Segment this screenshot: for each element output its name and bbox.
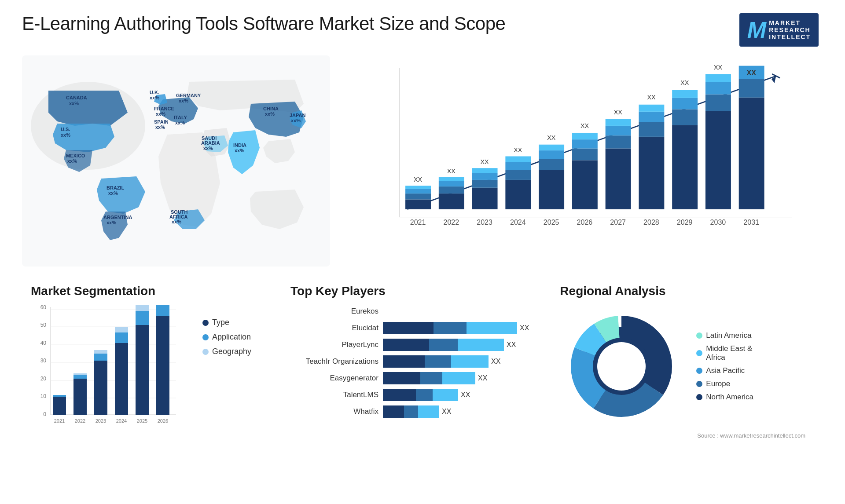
player-name-eurekos: Eurekos [290, 307, 378, 316]
svg-text:xx%: xx% [203, 146, 213, 151]
svg-text:2023: 2023 [477, 218, 492, 226]
svg-text:XX: XX [747, 69, 757, 77]
logo-text: MARKET RESEARCH INTELLECT [769, 19, 811, 40]
bar-dark [383, 389, 416, 401]
svg-rect-50 [472, 188, 498, 209]
legend-north-america: North America [696, 393, 753, 402]
svg-text:JAPAN: JAPAN [290, 113, 306, 118]
svg-rect-46 [439, 181, 464, 186]
player-row-teachir: TeachIr Organizations XX [290, 355, 529, 368]
svg-rect-125 [94, 361, 107, 415]
svg-text:2021: 2021 [54, 418, 65, 424]
svg-rect-93 [705, 95, 731, 111]
bar-dark [383, 405, 404, 418]
svg-text:XX: XX [614, 109, 623, 116]
logo-line1: MARKET [769, 19, 811, 26]
dot-asia-pacific [696, 368, 702, 374]
svg-text:XX: XX [481, 158, 489, 165]
player-name-whatfix: Whatfix [290, 407, 378, 416]
logo-line3: INTELLECT [769, 33, 811, 40]
svg-text:2026: 2026 [158, 418, 168, 424]
svg-text:0: 0 [43, 411, 46, 417]
bar-mid [425, 355, 451, 368]
svg-rect-38 [405, 200, 431, 209]
svg-rect-77 [606, 119, 631, 126]
svg-text:CHINA: CHINA [263, 106, 279, 111]
svg-rect-75 [606, 135, 631, 148]
svg-rect-76 [606, 126, 631, 135]
svg-rect-59 [505, 156, 531, 162]
player-bar-teachir: XX [383, 355, 529, 368]
svg-text:60: 60 [40, 305, 47, 310]
svg-text:MEXICO: MEXICO [66, 153, 85, 158]
player-bar-easygenerator: XX [383, 372, 529, 385]
svg-point-146 [597, 342, 646, 391]
svg-rect-129 [115, 343, 128, 415]
svg-rect-56 [505, 180, 531, 209]
player-name-teachir: TeachIr Organizations [290, 357, 378, 366]
legend-geo-label: Geography [212, 347, 251, 356]
svg-rect-99 [739, 79, 764, 98]
svg-rect-119 [53, 395, 66, 397]
legend-asia-pacific: Asia Pacific [696, 366, 753, 375]
svg-rect-71 [572, 133, 598, 139]
svg-rect-63 [539, 159, 564, 170]
player-name-elucidat: Elucidat [290, 324, 378, 332]
bar-mid [420, 372, 442, 384]
svg-text:XX: XX [414, 176, 422, 183]
player-bar-whatfix: XX [383, 405, 529, 418]
svg-rect-68 [572, 160, 598, 209]
player-name-playerlync: PlayerLync [290, 340, 378, 349]
segmentation-title: Market Segmentation [31, 284, 260, 298]
svg-text:2024: 2024 [116, 418, 127, 424]
svg-rect-133 [136, 325, 149, 415]
svg-text:10: 10 [40, 393, 47, 399]
svg-text:xx%: xx% [265, 111, 275, 117]
svg-text:xx%: xx% [155, 124, 165, 130]
player-row-whatfix: Whatfix XX [290, 405, 529, 418]
legend-type-dot [202, 320, 209, 326]
svg-text:2025: 2025 [544, 218, 559, 226]
svg-text:XX: XX [680, 79, 689, 86]
bottom-section: Market Segmentation 0 10 20 30 40 5 [22, 280, 823, 504]
svg-text:2022: 2022 [444, 218, 459, 226]
svg-rect-47 [439, 177, 464, 181]
svg-text:XX: XX [647, 94, 656, 101]
regional: Regional Analysis [551, 280, 823, 504]
svg-rect-44 [439, 194, 464, 209]
svg-text:2031: 2031 [743, 218, 759, 226]
svg-text:INDIA: INDIA [233, 142, 246, 148]
svg-rect-123 [73, 373, 87, 375]
player-value-talentlms: XX [461, 391, 470, 399]
world-map: CANADA xx% U.S. xx% MEXICO xx% BRAZIL xx… [22, 55, 330, 267]
bar-mid [434, 322, 467, 334]
svg-text:2022: 2022 [75, 418, 85, 424]
player-bar-eurekos [383, 305, 529, 318]
svg-text:FRANCE: FRANCE [154, 106, 174, 111]
player-name-talentlms: TalentLMS [290, 391, 378, 399]
segmentation: Market Segmentation 0 10 20 30 40 5 [22, 280, 268, 504]
svg-text:xx%: xx% [175, 120, 185, 125]
svg-text:xx%: xx% [108, 190, 118, 196]
dot-mea [696, 350, 702, 356]
svg-text:GERMANY: GERMANY [176, 93, 201, 98]
svg-text:2024: 2024 [510, 218, 526, 226]
bar-light [418, 405, 439, 418]
svg-text:2030: 2030 [710, 218, 726, 226]
svg-text:xx%: xx% [69, 101, 79, 106]
legend-type: Type [202, 318, 260, 327]
svg-text:ARGENTINA: ARGENTINA [103, 215, 132, 220]
svg-rect-64 [539, 150, 564, 159]
svg-rect-58 [505, 162, 531, 170]
svg-rect-53 [472, 168, 498, 173]
svg-text:2026: 2026 [577, 218, 593, 226]
seg-chart-area: 0 10 20 30 40 50 60 [31, 305, 260, 434]
players: Top Key Players Eurekos Elucidat [282, 280, 538, 504]
svg-text:2029: 2029 [677, 218, 693, 226]
svg-text:ARABIA: ARABIA [201, 140, 220, 146]
svg-text:2021: 2021 [410, 218, 426, 226]
svg-rect-86 [672, 125, 698, 209]
bar-light [451, 355, 489, 368]
bar-mid [429, 339, 458, 351]
player-bar-whatfix-visual [383, 405, 439, 418]
